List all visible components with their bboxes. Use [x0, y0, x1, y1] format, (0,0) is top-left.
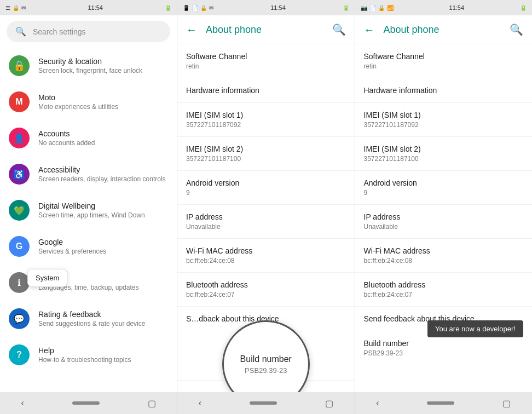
search-input[interactable]: Search settings — [33, 27, 86, 36]
back-nav-middle[interactable]: ‹ — [194, 396, 206, 410]
status-time-left: 11:54 — [88, 4, 103, 11]
build-number-title-r: Build number — [364, 339, 524, 348]
ip-address-middle[interactable]: IP address Unavailable — [177, 205, 355, 239]
about-list-right: Software Channel retin Hardware informat… — [355, 44, 533, 392]
bottom-nav-left: ‹ ▢ — [0, 392, 177, 414]
imei1-value-r: 357227101187092 — [364, 121, 524, 129]
help-subtitle: How-to & troubleshooting topics — [38, 356, 168, 364]
android-version-value-r: 9 — [364, 189, 524, 197]
security-subtitle: Screen lock, fingerprint, face unlock — [38, 67, 168, 74]
accessibility-title: Accessibility — [38, 165, 168, 174]
android-version-middle[interactable]: Android version 9 — [177, 171, 355, 205]
build-number-value-r: PSB29.39-23 — [364, 349, 524, 357]
search-button-right[interactable]: 🔍 — [510, 23, 523, 36]
sidebar-item-security[interactable]: 🔒 Security & location Screen lock, finge… — [0, 48, 177, 84]
home-nav-left[interactable] — [72, 401, 100, 405]
recent-nav-left[interactable]: ▢ — [143, 396, 160, 411]
wifi-icon: 📶 — [387, 5, 394, 11]
battery-icon-right: 🔋 — [520, 5, 527, 11]
recent-nav-right[interactable]: ▢ — [498, 396, 515, 411]
home-nav-middle[interactable] — [250, 401, 277, 405]
hardware-info-section-middle: Hardware information — [177, 78, 355, 103]
bluetooth-right[interactable]: Bluetooth address bc:ff:eb:24:ce:07 — [355, 273, 533, 307]
imei2-right[interactable]: IMEI (SIM slot 2) 357227101187100 — [355, 137, 533, 171]
about-header-middle: ← About phone 🔍 — [177, 15, 355, 44]
bluetooth-value-m: bc:ff:eb:24:ce:07 — [186, 291, 346, 298]
software-channel-middle[interactable]: Software Channel retin — [177, 44, 355, 78]
bottom-nav-middle: ‹ ▢ — [177, 392, 355, 414]
back-nav-right[interactable]: ‹ — [372, 396, 383, 410]
sidebar-item-accessibility[interactable]: ♿ Accessibility Screen readers, display,… — [0, 156, 177, 192]
imei1-title-r: IMEI (SIM slot 1) — [364, 111, 524, 119]
android-version-title-m: Android version — [186, 179, 346, 187]
moto-icon: M — [9, 91, 30, 112]
battery-icon-middle: 🔋 — [343, 5, 349, 11]
moto-subtitle: Moto experiences & utilities — [38, 103, 168, 111]
google-subtitle: Services & preferences — [38, 248, 168, 255]
shield-icon-r: 🔒 — [378, 5, 385, 11]
rating-text: Rating & feedback Send suggestions & rat… — [38, 310, 168, 327]
wifi-mac-title-m: Wi-Fi MAC address — [186, 246, 346, 255]
wifi-mac-value-r: bc:ff:eb:24:ce:08 — [364, 257, 524, 264]
rating-title: Rating & feedback — [38, 310, 168, 319]
bluetooth-value-r: bc:ff:eb:24:ce:07 — [364, 291, 524, 298]
sidebar-item-accounts[interactable]: 👤 Accounts No accounts added — [0, 120, 177, 156]
wifi-mac-right[interactable]: Wi-Fi MAC address bc:ff:eb:24:ce:08 — [355, 239, 533, 273]
battery-icon-left: 🔋 — [165, 5, 171, 11]
imei1-middle[interactable]: IMEI (SIM slot 1) 357227101187092 — [177, 103, 355, 137]
about-list-middle: Software Channel retin Hardware informat… — [177, 44, 355, 392]
build-number-middle[interactable]: Build number PSB29.39-23 — [177, 331, 355, 381]
software-channel-right[interactable]: Software Channel retin — [355, 44, 533, 78]
android-version-title-r: Android version — [364, 179, 524, 187]
bottom-nav: ‹ ▢ ‹ ▢ ‹ ▢ — [0, 392, 532, 414]
sidebar-item-help[interactable]: ? Help How-to & troubleshooting topics — [0, 337, 177, 373]
sidebar-item-digital-wellbeing[interactable]: 💚 Digital Wellbeing Screen time, app tim… — [0, 192, 177, 228]
moto-text: Moto Moto experiences & utilities — [38, 93, 168, 111]
android-version-right[interactable]: Android version 9 — [355, 171, 533, 205]
sidebar-item-system[interactable]: ℹ System Languages, time, backup, update… — [0, 264, 177, 301]
back-button-right[interactable]: ← — [364, 24, 375, 36]
status-time-right: 11:54 — [449, 4, 465, 11]
search-icon: 🔍 — [15, 26, 26, 37]
ip-title-r: IP address — [364, 212, 524, 221]
hardware-info-section-right: Hardware information — [355, 78, 533, 103]
shield-icon: 🔒 — [13, 5, 19, 11]
wifi-mac-title-r: Wi-Fi MAC address — [364, 246, 524, 255]
about-title-right: About phone — [384, 24, 501, 36]
recent-nav-middle[interactable]: ▢ — [321, 396, 338, 411]
system-icon: ℹ — [9, 272, 30, 293]
system-tooltip: System — [27, 269, 67, 287]
status-battery-right: 🔋 — [520, 5, 527, 11]
status-icons-left: ☰ 🔒 ✉ — [5, 5, 26, 11]
accounts-title: Accounts — [38, 129, 168, 138]
imei1-title-m: IMEI (SIM slot 1) — [186, 111, 346, 119]
imei2-middle[interactable]: IMEI (SIM slot 2) 357227101187100 — [177, 137, 355, 171]
about-title-middle: About phone — [206, 24, 323, 36]
build-number-right[interactable]: Build number PSB29.39-23 You are now a d… — [355, 331, 533, 365]
message-icon-m: ✉ — [209, 5, 213, 11]
back-nav-left[interactable]: ‹ — [17, 396, 28, 410]
software-channel-value-r: retin — [364, 62, 524, 70]
status-time-middle: 11:54 — [270, 4, 286, 11]
status-icons-right: 📷 📄 🔒 📶 — [361, 5, 394, 11]
sidebar-item-rating[interactable]: 💬 Rating & feedback Send suggestions & r… — [0, 301, 177, 337]
sidebar-item-moto[interactable]: M Moto Moto experiences & utilities — [0, 84, 177, 120]
ip-address-right[interactable]: IP address Unavailable — [355, 205, 533, 239]
home-nav-right[interactable] — [427, 401, 454, 405]
search-bar[interactable]: 🔍 Search settings — [7, 21, 170, 42]
hardware-info-title-r: Hardware information — [364, 86, 524, 95]
about-panel-right: ← About phone 🔍 Software Channel retin H… — [355, 15, 533, 392]
back-button-middle[interactable]: ← — [186, 24, 197, 36]
google-title: Google — [38, 238, 168, 246]
wifi-mac-middle[interactable]: Wi-Fi MAC address bc:ff:eb:24:ce:08 — [177, 239, 355, 273]
help-title: Help — [38, 346, 168, 355]
digital-wellbeing-text: Digital Wellbeing Screen time, app timer… — [38, 202, 168, 219]
bluetooth-middle[interactable]: Bluetooth address bc:ff:eb:24:ce:07 — [177, 273, 355, 307]
android-version-value-m: 9 — [186, 189, 346, 197]
imei1-right[interactable]: IMEI (SIM slot 1) 357227101187092 — [355, 103, 533, 137]
search-button-middle[interactable]: 🔍 — [332, 23, 346, 36]
sidebar-item-google[interactable]: G Google Services & preferences — [0, 228, 177, 264]
bottom-nav-right: ‹ ▢ — [355, 392, 532, 414]
settings-panel: 🔍 Search settings 🔒 Security & location … — [0, 15, 177, 392]
ip-value-m: Unavailable — [186, 223, 346, 231]
